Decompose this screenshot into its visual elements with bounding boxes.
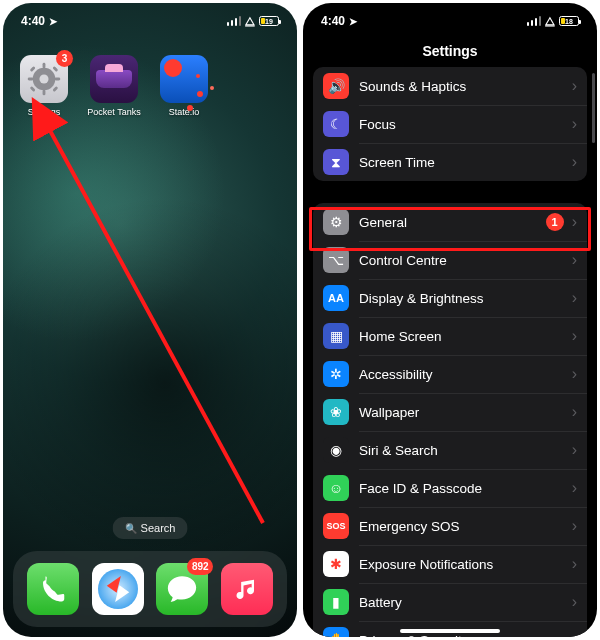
row-wallpaper[interactable]: ❀ Wallpaper › xyxy=(313,393,587,431)
app-settings[interactable]: 3 Settings xyxy=(15,55,73,117)
home-indicator[interactable] xyxy=(400,629,500,633)
row-siri-search[interactable]: ◉ Siri & Search › xyxy=(313,431,587,469)
status-bar: 4:40 ➤ ⧋ 19 xyxy=(3,3,297,39)
dock-music[interactable] xyxy=(221,563,273,615)
app-pocket-tanks[interactable]: Pocket Tanks xyxy=(85,55,143,117)
annotation-highlight xyxy=(309,207,591,251)
dock-messages[interactable]: 892 xyxy=(156,563,208,615)
wifi-icon: ⧋ xyxy=(545,15,555,28)
dock: 892 xyxy=(13,551,287,627)
faceid-icon: ☺ xyxy=(323,475,349,501)
svg-point-1 xyxy=(39,74,48,83)
row-battery[interactable]: ▮ Battery › xyxy=(313,583,587,621)
row-label: Face ID & Passcode xyxy=(359,481,572,496)
svg-rect-7 xyxy=(52,66,58,72)
state-io-icon xyxy=(160,55,208,103)
settings-screen: 4:40 ➤ ⧋ 18 Settings 🔊 Sounds & Haptics … xyxy=(303,3,597,637)
chevron-right-icon: › xyxy=(572,327,577,345)
row-label: Siri & Search xyxy=(359,443,572,458)
app-grid: 3 Settings Pocket Tanks State.io xyxy=(15,55,213,117)
chevron-right-icon: › xyxy=(572,441,577,459)
row-accessibility[interactable]: ✲ Accessibility › xyxy=(313,355,587,393)
chevron-right-icon: › xyxy=(572,365,577,383)
moon-icon: ☾ xyxy=(323,111,349,137)
row-sounds-haptics[interactable]: 🔊 Sounds & Haptics › xyxy=(313,67,587,105)
chevron-right-icon: › xyxy=(572,517,577,535)
svg-rect-2 xyxy=(43,63,46,69)
row-label: Sounds & Haptics xyxy=(359,79,572,94)
search-icon: 🔍 xyxy=(125,523,137,534)
row-home-screen[interactable]: ▦ Home Screen › xyxy=(313,317,587,355)
row-faceid-passcode[interactable]: ☺ Face ID & Passcode › xyxy=(313,469,587,507)
home-screen: 4:40 ➤ ⧋ 19 3 Settings Pocket Tanks Stat… xyxy=(3,3,297,637)
search-label: Search xyxy=(141,522,176,534)
app-label: Settings xyxy=(28,107,61,117)
cell-signal-icon xyxy=(227,16,242,26)
settings-list[interactable]: 🔊 Sounds & Haptics › ☾ Focus › ⧗ Screen … xyxy=(303,67,597,637)
page-title: Settings xyxy=(303,39,597,69)
chevron-right-icon: › xyxy=(572,593,577,611)
grid-icon: ▦ xyxy=(323,323,349,349)
sos-icon: SOS xyxy=(323,513,349,539)
status-bar: 4:40 ➤ ⧋ 18 xyxy=(303,3,597,39)
row-label: Screen Time xyxy=(359,155,572,170)
row-label: Battery xyxy=(359,595,572,610)
chevron-right-icon: › xyxy=(572,289,577,307)
row-label: Display & Brightness xyxy=(359,291,572,306)
svg-rect-6 xyxy=(30,66,36,72)
chevron-right-icon: › xyxy=(572,555,577,573)
hand-icon: ✋ xyxy=(323,627,349,637)
row-label: Focus xyxy=(359,117,572,132)
spotlight-search[interactable]: 🔍 Search xyxy=(113,517,188,539)
chevron-right-icon: › xyxy=(572,251,577,269)
row-label: Home Screen xyxy=(359,329,572,344)
battery-icon: ▮ xyxy=(323,589,349,615)
row-display-brightness[interactable]: AA Display & Brightness › xyxy=(313,279,587,317)
svg-rect-3 xyxy=(43,90,46,96)
accessibility-icon: ✲ xyxy=(323,361,349,387)
battery-indicator: 18 xyxy=(559,16,579,26)
battery-indicator: 19 xyxy=(259,16,279,26)
svg-line-10 xyxy=(47,125,263,523)
settings-group-2: ⚙ General 1 › ⌥ Control Centre › AA Disp… xyxy=(313,203,587,637)
speaker-icon: 🔊 xyxy=(323,73,349,99)
badge: 892 xyxy=(187,558,213,575)
settings-icon: 3 xyxy=(20,55,68,103)
row-label: Accessibility xyxy=(359,367,572,382)
svg-rect-4 xyxy=(28,78,34,81)
app-label: Pocket Tanks xyxy=(87,107,140,117)
row-emergency-sos[interactable]: SOS Emergency SOS › xyxy=(313,507,587,545)
dock-phone[interactable] xyxy=(27,563,79,615)
siri-icon: ◉ xyxy=(323,437,349,463)
svg-rect-5 xyxy=(55,78,61,81)
status-time: 4:40 xyxy=(321,14,345,28)
location-icon: ➤ xyxy=(49,16,57,27)
app-label: State.io xyxy=(169,107,200,117)
pocket-tanks-icon xyxy=(90,55,138,103)
row-focus[interactable]: ☾ Focus › xyxy=(313,105,587,143)
chevron-right-icon: › xyxy=(572,115,577,133)
cell-signal-icon xyxy=(527,16,542,26)
dock-safari[interactable] xyxy=(92,563,144,615)
svg-rect-9 xyxy=(52,86,58,92)
row-screen-time[interactable]: ⧗ Screen Time › xyxy=(313,143,587,181)
app-state-io[interactable]: State.io xyxy=(155,55,213,117)
row-exposure-notifications[interactable]: ✱ Exposure Notifications › xyxy=(313,545,587,583)
wifi-icon: ⧋ xyxy=(245,15,255,28)
svg-rect-8 xyxy=(30,86,36,92)
chevron-right-icon: › xyxy=(572,631,577,637)
chevron-right-icon: › xyxy=(572,153,577,171)
row-label: Wallpaper xyxy=(359,405,572,420)
row-label: Exposure Notifications xyxy=(359,557,572,572)
row-label: Control Centre xyxy=(359,253,572,268)
status-time: 4:40 xyxy=(21,14,45,28)
flower-icon: ❀ xyxy=(323,399,349,425)
chevron-right-icon: › xyxy=(572,77,577,95)
badge: 3 xyxy=(56,50,73,67)
row-label: Emergency SOS xyxy=(359,519,572,534)
location-icon: ➤ xyxy=(349,16,357,27)
chevron-right-icon: › xyxy=(572,479,577,497)
exposure-icon: ✱ xyxy=(323,551,349,577)
settings-group-1: 🔊 Sounds & Haptics › ☾ Focus › ⧗ Screen … xyxy=(313,67,587,181)
text-size-icon: AA xyxy=(323,285,349,311)
